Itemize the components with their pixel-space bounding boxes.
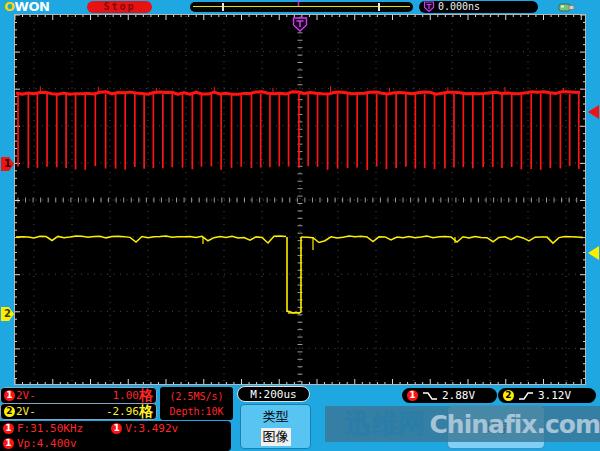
meas-v-badge: 1 <box>111 423 122 434</box>
memory-depth: Depth:10K <box>169 404 223 419</box>
chevron-icon <box>341 410 343 438</box>
meas-frequency: F:31.50KHz <box>17 422 83 435</box>
measurement-row-2: 1 Vp:4.400v <box>0 436 231 451</box>
trig2-level: 3.12V <box>538 389 571 402</box>
watermark-cn-text: 迅维网 <box>345 406 426 442</box>
ch1-trigger-readout[interactable]: 1 2.88V <box>402 388 497 403</box>
meas-vp-badge: 1 <box>3 438 14 449</box>
trig1-level: 2.88V <box>442 389 475 402</box>
ch1-position-value: 1.00 <box>113 389 140 402</box>
ch2-trigger-level-arrow[interactable] <box>588 246 599 260</box>
meas-voltage: V:3.492v <box>125 422 178 435</box>
type-button-title: 类型 <box>241 408 310 426</box>
ch1-trigger-level-arrow[interactable] <box>588 105 599 119</box>
type-image-button[interactable]: 类型 图像 <box>240 404 311 449</box>
acquisition-info-box: (2.5MS/s) Depth:10K <box>160 387 233 420</box>
measurement-row-1: 1 F:31.50KHz 1 V:3.492v <box>0 421 231 436</box>
ch2-position-value: -2.96 <box>106 405 139 418</box>
trigger-point-t-icon[interactable] <box>292 17 309 33</box>
watermark-banner: 迅维网 Chinafix.com <box>325 406 600 442</box>
timebase-readout[interactable]: M:200us <box>237 386 310 402</box>
meas-vpp: Vp:4.400v <box>17 437 77 450</box>
watermark-en-text: Chinafix.com <box>430 410 600 439</box>
type-button-value: 图像 <box>261 428 291 446</box>
rising-edge-icon <box>518 391 534 401</box>
ch2-badge: 2 <box>4 406 15 417</box>
trig2-badge: 2 <box>503 390 514 401</box>
measurement-panel: 1 F:31.50KHz 1 V:3.492v 1 Vp:4.400v <box>0 421 231 451</box>
ch1-info-row[interactable]: 1 2V- 1.00 格 <box>0 387 157 404</box>
falling-edge-icon <box>422 391 438 401</box>
ch2-position-unit: 格 <box>139 403 153 421</box>
trig1-badge: 1 <box>407 390 418 401</box>
ch1-badge: 1 <box>4 390 15 401</box>
meas-f-badge: 1 <box>3 423 14 434</box>
ch2-trigger-readout[interactable]: 2 3.12V <box>498 388 596 403</box>
channel-info-panel: 1 2V- 1.00 格 2 2V- -2.96 格 <box>0 387 157 420</box>
ch1-scale: 2V- <box>16 389 36 402</box>
graticule-and-traces <box>0 0 600 451</box>
ch2-scale: 2V- <box>16 405 36 418</box>
ch2-info-row[interactable]: 2 2V- -2.96 格 <box>0 403 157 420</box>
sample-rate: (2.5MS/s) <box>169 389 223 404</box>
